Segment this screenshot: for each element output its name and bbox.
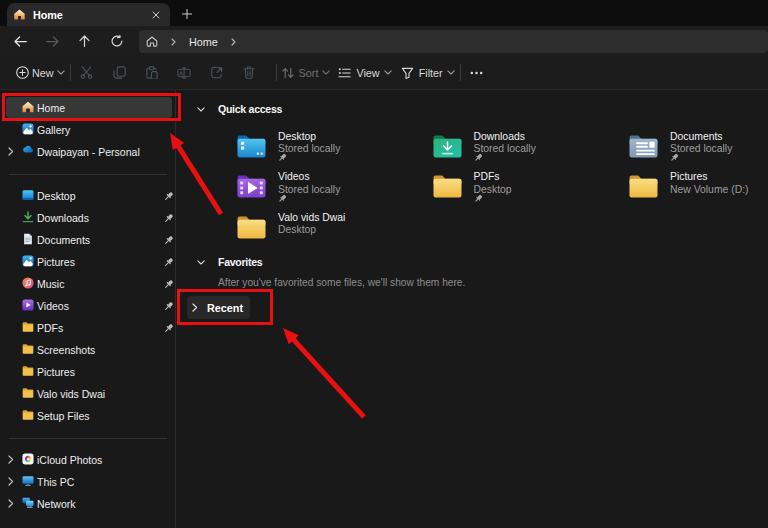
forward-button[interactable] <box>41 30 63 52</box>
sidebar-item-pictures[interactable]: Pictures <box>6 361 172 382</box>
title-bar: Home <box>0 0 768 26</box>
folder-yellow-icon <box>237 212 266 241</box>
chevron-down-icon <box>384 70 392 75</box>
tile-subtitle: Stored locally <box>278 184 340 195</box>
copy-button[interactable] <box>103 60 136 86</box>
tab-home-icon <box>14 9 25 20</box>
folder-videos-icon <box>237 171 266 200</box>
tile-subtitle: Stored locally <box>278 143 340 154</box>
quick-access-tile-pictures[interactable]: Pictures New Volume (D:) <box>621 170 768 208</box>
up-button[interactable] <box>73 30 95 52</box>
view-button[interactable]: View <box>338 67 391 79</box>
quick-access-tile-videos[interactable]: Videos Stored locally <box>229 170 419 208</box>
quick-access-header[interactable]: Quick access <box>197 103 282 115</box>
rename-button[interactable] <box>168 60 201 86</box>
sidebar-item-documents[interactable]: Documents <box>6 229 172 250</box>
quick-access-tile-pdfs[interactable]: PDFs Desktop <box>425 170 615 208</box>
sidebar-item-setup-files[interactable]: Setup Files <box>6 405 172 426</box>
main-area: HomeGalleryDwaipayan - PersonalDesktopDo… <box>0 90 768 528</box>
chevron-right-icon[interactable] <box>8 477 18 486</box>
toolbar-separator <box>276 64 277 81</box>
sidebar-item-label: This PC <box>37 476 74 488</box>
annotation-rectangle-home <box>2 93 181 121</box>
address-bar[interactable]: Home <box>139 30 768 53</box>
sidebar-item-icloud-photos[interactable]: iCloud Photos <box>6 449 172 470</box>
sidebar-item-pictures[interactable]: Pictures <box>6 251 172 272</box>
pictures-icon <box>22 255 35 268</box>
sidebar-item-label: Videos <box>37 300 69 312</box>
toolbar-separator <box>460 64 461 81</box>
explorer-tab-home[interactable]: Home <box>7 3 170 26</box>
sidebar-item-valo-vids-dwai[interactable]: Valo vids Dwai <box>6 383 172 404</box>
quick-access-tile-valo-vids-dwai[interactable]: Valo vids Dwai Desktop <box>229 211 419 249</box>
breadcrumb-chevron-icon[interactable] <box>231 38 236 46</box>
breadcrumb-item-home[interactable]: Home <box>189 36 218 48</box>
quick-access-tile-downloads[interactable]: Downloads Stored locally <box>425 130 615 168</box>
downloads-icon <box>22 211 35 224</box>
favorites-empty-text: After you've favorited some files, we'll… <box>218 277 465 288</box>
sidebar-item-network[interactable]: Network <box>6 493 172 514</box>
tile-title: Valo vids Dwai <box>278 212 345 223</box>
chevron-down-icon <box>447 70 455 75</box>
chevron-right-icon[interactable] <box>8 499 18 508</box>
paste-button[interactable] <box>136 60 169 86</box>
command-toolbar: New Sort View Filter <box>0 56 768 90</box>
quick-access-tile-documents[interactable]: Documents Stored locally <box>621 130 768 168</box>
sidebar-item-pdfs[interactable]: PDFs <box>6 317 172 338</box>
sidebar-item-screenshots[interactable]: Screenshots <box>6 339 172 360</box>
delete-button[interactable] <box>233 60 266 86</box>
sort-icon <box>282 67 294 79</box>
icloud-icon <box>22 453 35 466</box>
documents-icon <box>22 233 35 246</box>
sidebar-item-this-pc[interactable]: This PC <box>6 471 172 492</box>
new-tab-button[interactable] <box>178 5 196 23</box>
chevron-right-icon[interactable] <box>8 147 18 156</box>
cut-button[interactable] <box>71 60 104 86</box>
chevron-down-icon[interactable] <box>197 107 208 112</box>
sidebar-item-dwaipayan-personal[interactable]: Dwaipayan - Personal <box>6 141 172 162</box>
tile-title: Desktop <box>278 131 316 142</box>
breadcrumb-home-icon[interactable] <box>146 36 158 47</box>
sidebar-separator <box>9 174 167 175</box>
sidebar-item-label: Gallery <box>37 124 70 136</box>
folder-icon <box>22 321 35 334</box>
chevron-right-icon[interactable] <box>8 455 18 464</box>
view-icon <box>338 67 351 79</box>
tile-subtitle: Stored locally <box>474 143 536 154</box>
refresh-button[interactable] <box>106 30 128 52</box>
sidebar-item-music[interactable]: Music <box>6 273 172 294</box>
pin-icon <box>474 194 483 203</box>
chevron-down-icon[interactable] <box>197 260 208 265</box>
onedrive-icon <box>22 145 35 158</box>
sidebar-item-label: Downloads <box>37 212 89 224</box>
pin-icon <box>164 301 174 311</box>
favorites-header[interactable]: Favorites <box>197 256 262 268</box>
sidebar-item-downloads[interactable]: Downloads <box>6 207 172 228</box>
back-button[interactable] <box>9 30 31 52</box>
sidebar-item-desktop[interactable]: Desktop <box>6 185 172 206</box>
new-icon <box>12 60 32 86</box>
thispc-icon <box>22 475 35 488</box>
sidebar-item-videos[interactable]: Videos <box>6 295 172 316</box>
pin-icon <box>164 279 174 289</box>
quick-access-tile-desktop[interactable]: Desktop Stored locally <box>229 130 419 168</box>
see-more-button[interactable] <box>463 60 491 86</box>
tile-title: PDFs <box>474 171 500 182</box>
filter-button[interactable]: Filter <box>401 67 455 79</box>
sort-button[interactable]: Sort <box>282 67 331 79</box>
sidebar-item-gallery[interactable]: Gallery <box>6 119 172 140</box>
tile-title: Documents <box>670 131 723 142</box>
share-button[interactable] <box>201 60 234 86</box>
new-button[interactable]: New <box>12 60 65 86</box>
folder-desktop-icon <box>237 131 266 160</box>
pin-icon <box>164 213 174 223</box>
folder-icon <box>22 365 35 378</box>
music-icon <box>22 277 35 290</box>
sidebar-item-label: Screenshots <box>37 344 95 356</box>
tab-close-icon[interactable] <box>148 7 164 23</box>
pin-icon <box>670 153 679 162</box>
annotation-rectangle-recent <box>177 289 273 325</box>
tile-title: Pictures <box>670 171 708 182</box>
chevron-down-icon <box>322 70 330 75</box>
sidebar-item-label: Documents <box>37 234 90 246</box>
